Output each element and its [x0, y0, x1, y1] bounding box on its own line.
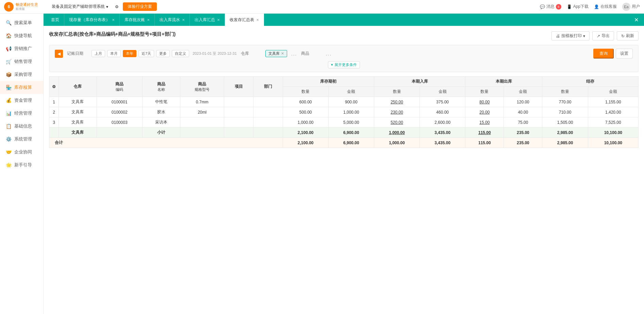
th-project: 项目 — [224, 77, 253, 97]
warehouse-dots[interactable]: ... — [291, 51, 297, 56]
table-row-spec — [180, 128, 224, 138]
print-btn[interactable]: 🖨 按模板打印 ▾ — [551, 31, 590, 40]
table-row-open-amt: 1,000.00 — [328, 107, 374, 117]
th-opening-stock: 库存期初 — [283, 77, 374, 87]
main-layout: 🔍 搜索菜单 🏠 快捷导航 📢 营销推广 🛒 销售管理 📦 采购管理 🏪 库存核… — [0, 14, 644, 314]
footer-label: 合计 — [49, 138, 283, 148]
sidebar-item-search[interactable]: 🔍 搜索菜单 — [0, 16, 43, 29]
date-btn-last-month[interactable]: 上月 — [92, 50, 105, 57]
tab-close-inout-flow[interactable]: ✕ — [182, 18, 185, 22]
message-badge: 6 — [556, 4, 561, 10]
money-icon: 💰 — [5, 98, 12, 103]
expand-conditions-btn[interactable]: ▾ 展开更多条件 — [328, 61, 360, 68]
th-bal-qty: 数量 — [542, 87, 588, 97]
table-row-open-amt: 6,900.00 — [328, 128, 374, 138]
refresh-btn[interactable]: ↻ 刷新 — [617, 31, 639, 40]
tab-close-recv-send-summary[interactable]: ✕ — [256, 18, 259, 22]
tab-bar-close-btn[interactable]: ✕ — [631, 17, 641, 23]
table-row-in-qty[interactable]: 520.00 — [374, 117, 419, 128]
date-btn-this-year[interactable]: 本年 — [123, 50, 136, 57]
table-row-bal-amt: 7,525.00 — [588, 117, 638, 128]
date-btn-custom[interactable]: 自定义 — [172, 50, 189, 57]
table-row-project — [224, 117, 253, 128]
message-btn[interactable]: 💬 消息 6 — [540, 4, 561, 10]
th-bal-amt: 金额 — [588, 87, 638, 97]
th-spec: 商品规格型号 — [180, 77, 224, 97]
query-btn[interactable]: 查询 — [593, 49, 614, 59]
gear-icon-btn[interactable]: ⚙ — [115, 4, 119, 9]
table-row-out-qty[interactable]: 15.00 — [465, 117, 504, 128]
tab-recv-send-summary[interactable]: 收发存汇总表 ✕ — [225, 14, 264, 26]
footer-open-qty: 2,100.00 — [283, 138, 328, 148]
export-btn[interactable]: ↗ 导出 — [592, 31, 614, 40]
th-open-qty: 数量 — [283, 87, 328, 97]
th-period-in: 本期入库 — [374, 77, 465, 87]
sidebar-item-system[interactable]: ⚙️ 系统管理 — [0, 133, 43, 146]
package-icon: 📦 — [5, 72, 12, 77]
app-download-btn[interactable]: 📱 App下载 — [567, 4, 589, 10]
th-dept: 部门 — [253, 77, 283, 97]
table-row-dept — [253, 97, 283, 107]
date-btn-this-month[interactable]: 本月 — [107, 50, 121, 57]
settings-btn[interactable]: 设置 — [616, 49, 633, 59]
sidebar-item-collab[interactable]: 🤝 企业协同 — [0, 146, 43, 159]
table-row-name: 小计 — [142, 128, 180, 138]
handshake-icon: 🤝 — [5, 149, 12, 155]
message-icon: 💬 — [540, 4, 545, 9]
tab-close-inout-summary[interactable]: ✕ — [217, 18, 220, 22]
tab-close-stock-dist[interactable]: ✕ — [112, 18, 115, 22]
table-row-in-qty[interactable]: 230.00 — [374, 107, 419, 117]
footer-out-amt: 235.00 — [504, 138, 542, 148]
tab-inout-summary[interactable]: 出入库汇总 ✕ — [190, 14, 225, 26]
online-service-btn[interactable]: 👤 在线客服 — [594, 4, 617, 10]
try-btn[interactable]: 体验行业方案 — [123, 2, 157, 11]
sidebar-item-label: 快捷导航 — [14, 33, 32, 39]
table-row-out-qty[interactable]: 80.00 — [465, 97, 504, 107]
sidebar-item-operations[interactable]: 📊 经营管理 — [0, 107, 43, 120]
table-row-bal-qty: 770.00 — [542, 97, 588, 107]
footer-bal-amt: 10,100.00 — [588, 138, 638, 148]
th-balance: 结存 — [542, 77, 639, 87]
sidebar-item-marketing[interactable]: 📢 营销推广 — [0, 42, 43, 55]
logo-text-group: 畅捷通好生意 标准版 — [16, 2, 38, 11]
sidebar-item-inventory[interactable]: 🏪 库存核算 — [0, 81, 43, 94]
sidebar-item-purchase[interactable]: 📦 采购管理 — [0, 68, 43, 81]
table-row-out-amt: 75.00 — [504, 117, 542, 128]
sidebar-item-guide[interactable]: 🌟 新手引导 — [0, 159, 43, 171]
goods-dots[interactable]: ... — [326, 51, 332, 56]
goods-label: 商品 — [301, 51, 321, 56]
warehouse-tag-close[interactable]: ✕ — [281, 51, 284, 56]
table-row-out-qty[interactable]: 20.00 — [465, 107, 504, 117]
sidebar-item-finance[interactable]: 💰 资金管理 — [0, 94, 43, 107]
page-title: 收发存汇总表(按仓库+商品编码+商品+规格型号+项目+部门) — [49, 31, 176, 37]
system-title-select[interactable]: 装备及固定资产辅助管理系统 ▾ — [52, 4, 108, 10]
table-row-out-qty[interactable]: 115.00 — [465, 128, 504, 138]
tab-close-batch-account[interactable]: ✕ — [147, 18, 150, 22]
user-btn[interactable]: Ea 用户 — [622, 3, 640, 11]
tab-inout-flow[interactable]: 出入库流水 ✕ — [155, 14, 190, 26]
sidebar: 🔍 搜索菜单 🏠 快捷导航 📢 营销推广 🛒 销售管理 📦 采购管理 🏪 库存核… — [0, 14, 44, 314]
sidebar-item-basicinfo[interactable]: 📋 基础信息 — [0, 120, 43, 133]
table-row-open-qty: 600.00 — [283, 97, 328, 107]
date-label: 记账日期 — [67, 51, 87, 56]
tab-batch-account[interactable]: 库存批次账 ✕ — [120, 14, 155, 26]
refresh-icon: ↻ — [621, 34, 625, 38]
tab-home[interactable]: 首页 — [46, 14, 64, 26]
logo-title: 畅捷通好生意 — [16, 2, 38, 7]
print-icon: 🖨 — [556, 34, 560, 38]
date-btn-more[interactable]: 更多 — [156, 50, 170, 57]
table-row-in-amt: 3,435.00 — [420, 128, 465, 138]
table-row-in-qty[interactable]: 1,000.00 — [374, 128, 419, 138]
table-row-spec: 0.7mm — [180, 97, 224, 107]
filter-collapse-btn[interactable]: ◀ — [55, 50, 63, 58]
table-row-spec: 20ml — [180, 107, 224, 117]
table-settings-col[interactable]: ⚙ — [49, 77, 59, 97]
sidebar-item-label: 系统管理 — [14, 136, 32, 142]
sidebar-item-quicknav[interactable]: 🏠 快捷导航 — [0, 29, 43, 42]
th-out-amt: 金额 — [504, 87, 542, 97]
sidebar-item-sales[interactable]: 🛒 销售管理 — [0, 55, 43, 68]
tab-stock-dist[interactable]: 现存量（库存分布表） ✕ — [64, 14, 120, 26]
date-btn-7days[interactable]: 近7天 — [138, 50, 154, 57]
warehouse-tag[interactable]: 文具库 ✕ — [265, 50, 287, 57]
table-row-in-qty[interactable]: 250.00 — [374, 97, 419, 107]
